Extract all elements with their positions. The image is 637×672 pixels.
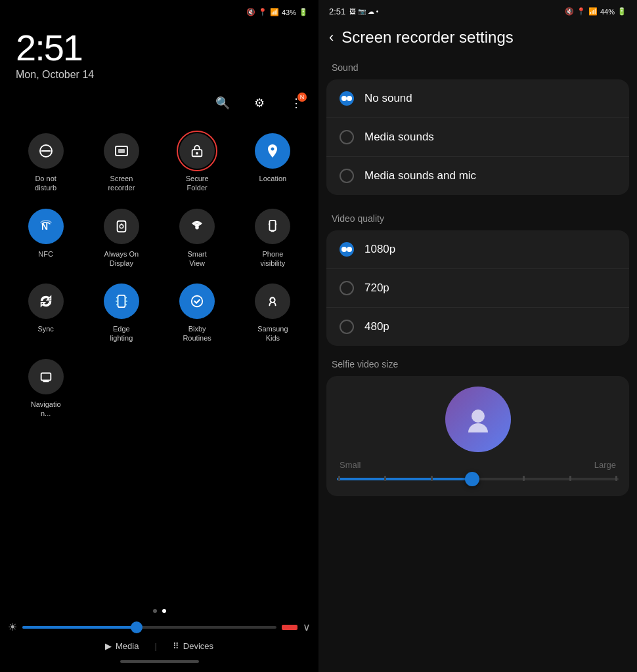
status-bar-left: 🔇 📍 📶 43% 🔋 [0,0,318,19]
tile-screen-recorder-label: Screenrecorder [108,174,135,193]
right-location-icon: 📍 [577,7,586,16]
sound-options-card: No sound Media sounds Media sounds and m… [326,79,629,195]
expand-icon[interactable]: ∨ [303,621,311,633]
brightness-icon: ☀ [8,621,17,633]
option-media-sounds-mic[interactable]: Media sounds and mic [326,156,629,195]
tile-do-not-disturb[interactable]: Do notdisturb [8,125,83,201]
brightness-fill [22,626,137,629]
more-button[interactable]: ⋮ N [284,91,308,115]
selfie-slider-thumb [465,472,479,486]
media-label: Media [116,641,139,651]
tile-smart-view[interactable]: SmartView [160,201,235,276]
battery-text: 43% [282,9,296,16]
tile-sync-label: Sync [37,324,53,333]
media-play-icon: ▶ [105,641,112,651]
right-status-img-icon: 🖼 📷 ☁ • [349,8,378,15]
tile-bixby-routines-label: BixbyRoutines [183,324,211,343]
selfie-slider-large-label: Large [594,460,616,470]
tile-location[interactable]: Location [235,125,311,201]
svg-point-8 [120,224,123,228]
tile-phone-visibility-label: Phonevisibility [260,249,285,268]
bottom-bar: ☀ ∨ ▶ Media | ⠿ Devices [0,604,318,672]
dot-2 [162,609,166,613]
quick-tiles-grid: Do notdisturb Screenrecorder SecureFolde… [0,120,318,431]
svg-point-17 [274,299,275,301]
selfie-slider-small-label: Small [340,460,361,470]
devices-button[interactable]: ⠿ Devices [173,641,213,651]
media-button[interactable]: ▶ Media [105,641,139,651]
option-media-sounds[interactable]: Media sounds [326,117,629,156]
status-right-right: 🔇 📍 📶 44% 🔋 [565,7,626,16]
devices-label: Devices [183,641,213,651]
top-actions: 🔍 ⚙ ⋮ N [0,86,318,120]
selfie-size-slider[interactable] [337,478,619,480]
option-media-sounds-mic-label: Media sounds and mic [364,169,476,182]
status-icons-left: 🔇 📍 📶 43% 🔋 [246,8,308,16]
option-no-sound[interactable]: No sound [326,79,629,117]
status-bar-right: 2:51 🖼 📷 ☁ • 🔇 📍 📶 44% 🔋 [318,0,637,20]
radio-1080p [340,242,354,257]
brightness-thumb [131,621,143,633]
settings-button[interactable]: ⚙ [248,91,271,115]
svg-rect-18 [41,373,51,380]
tile-samsung-kids-label: SamsungKids [257,324,288,343]
selfie-video-section-label: Selfie video size [326,359,629,376]
tile-screen-recorder[interactable]: Screenrecorder [83,125,159,201]
battery-icon: 🔋 [299,8,308,16]
tile-edge-lighting-label: Edgelighting [110,324,133,343]
tile-nfc[interactable]: N NFC [8,201,83,276]
video-quality-options-card: 1080p 720p 480p [326,230,629,346]
svg-rect-13 [118,295,125,307]
option-1080p[interactable]: 1080p [326,230,629,268]
tile-always-on-display-label: Always OnDisplay [104,249,139,268]
notification-badge: N [297,93,307,102]
smart-view-icon [179,209,215,244]
tile-bixby-routines[interactable]: BixbyRoutines [160,276,235,351]
tile-secure-folder-label: SecureFolder [186,174,209,193]
right-panel: 2:51 🖼 📷 ☁ • 🔇 📍 📶 44% 🔋 ‹ Screen record… [318,0,637,672]
svg-rect-11 [270,220,276,230]
tile-edge-lighting[interactable]: Edgelighting [83,276,159,351]
tile-samsung-kids[interactable]: SamsungKids [235,276,311,351]
status-right-left: 2:51 🖼 📷 ☁ • [329,7,378,16]
svg-point-14 [192,296,203,307]
edge-lighting-icon [104,284,139,319]
svg-point-16 [271,299,272,301]
home-indicator [120,660,199,663]
tile-sync[interactable]: Sync [8,276,83,351]
radio-media-sounds [340,130,354,144]
search-button[interactable]: 🔍 [211,91,234,115]
tile-smart-view-label: SmartView [187,249,206,268]
tile-location-label: Location [259,174,287,183]
clock-time: 2:51 [16,30,303,66]
navigation-icon [28,359,64,394]
tile-nfc-label: NFC [38,249,53,259]
tile-always-on-display[interactable]: Always OnDisplay [83,201,159,276]
screen-recorder-icon [104,133,139,169]
bixby-routines-icon [179,284,215,319]
separator: | [154,641,156,651]
option-720p-label: 720p [364,282,389,295]
right-battery-text: 44% [600,8,615,16]
tile-phone-visibility[interactable]: Phonevisibility [235,201,311,276]
left-panel: 🔇 📍 📶 43% 🔋 2:51 Mon, October 14 🔍 ⚙ ⋮ N… [0,0,318,672]
settings-content: Sound No sound Media sounds Media sounds… [318,57,637,672]
back-button[interactable]: ‹ [329,29,334,46]
radio-media-sounds-mic [340,169,354,183]
sound-section-label: Sound [326,57,629,79]
brightness-slider[interactable] [22,626,276,629]
option-480p[interactable]: 480p [326,307,629,346]
wifi-icon: 📶 [270,8,279,16]
tile-navigation-label: Navigation... [31,400,61,419]
selfie-video-card: Small Large [326,376,629,496]
clock-date: Mon, October 14 [16,69,303,81]
clock-area: 2:51 Mon, October 14 [0,19,318,86]
brightness-end [282,625,297,630]
svg-rect-3 [118,149,125,153]
selfie-preview [445,387,511,452]
tile-secure-folder[interactable]: SecureFolder [160,125,235,201]
sync-icon [28,284,64,319]
samsung-kids-icon [255,284,290,319]
tile-navigation[interactable]: Navigation... [8,351,83,427]
option-720p[interactable]: 720p [326,268,629,307]
